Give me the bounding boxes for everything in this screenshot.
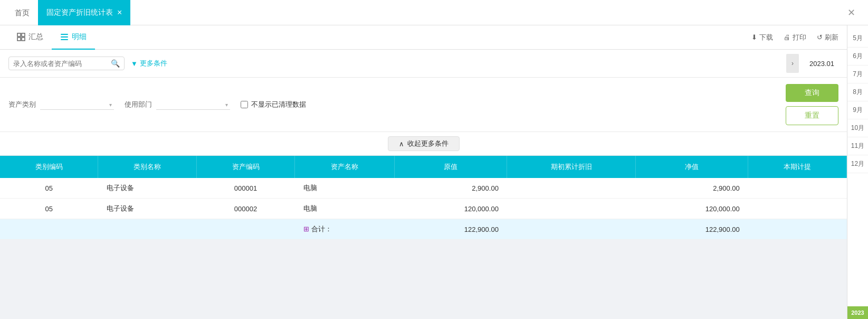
cell-net-value: 2,900.00 — [636, 178, 748, 199]
cell-original-value: 120,000.00 — [395, 199, 507, 219]
svg-rect-6 — [61, 39, 68, 40]
toolbar-actions: ⬇ 下载 🖨 打印 ↺ 刷新 — [751, 33, 838, 42]
filter-label: 更多条件 — [140, 59, 167, 68]
sidebar-month-item[interactable]: 10月 — [847, 119, 869, 137]
col-asset-code: 资产编码 — [196, 156, 295, 178]
svg-rect-3 — [22, 37, 25, 41]
total-original-value: 122,900.00 — [395, 219, 507, 240]
department-select-wrap[interactable] — [156, 99, 230, 110]
filter-btn[interactable]: ▼ 更多条件 — [131, 59, 167, 68]
print-icon: 🖨 — [784, 33, 790, 41]
refresh-label: 刷新 — [825, 33, 838, 42]
filter-actions: 查询 重置 — [786, 84, 838, 125]
table-row: 05 电子设备 000002 电脑 120,000.00 120,000.00 — [0, 199, 847, 219]
active-tab[interactable]: 固定资产折旧统计表 × — [38, 0, 130, 25]
refresh-icon: ↺ — [817, 33, 823, 41]
print-label: 打印 — [793, 33, 806, 42]
asset-category-select-wrap[interactable] — [40, 99, 114, 110]
cell-category-name: 电子设备 — [98, 199, 197, 219]
sidebar-year: 2023 — [847, 306, 869, 319]
sidebar-month-item[interactable]: 6月 — [847, 48, 869, 65]
cell-net-value: 120,000.00 — [636, 199, 748, 219]
cell-category-code: 05 — [0, 178, 98, 199]
date-nav-arrow[interactable]: › — [786, 54, 799, 73]
download-icon: ⬇ — [751, 33, 757, 41]
total-label: ⊞合计： — [295, 219, 395, 240]
top-nav: 首页 固定资产折旧统计表 × ✕ — [0, 0, 868, 25]
cell-accumulated-dep — [507, 178, 636, 199]
asset-category-label: 资产类别 — [8, 100, 36, 109]
tab-label: 固定资产折旧统计表 — [46, 8, 113, 17]
cell-category-code: 05 — [0, 199, 98, 219]
search-input-wrap[interactable]: 🔍 — [8, 57, 125, 70]
detail-icon — [60, 33, 69, 41]
collapse-icon: ∧ — [399, 140, 404, 148]
right-sidebar: 5月6月7月8月9月10月11月12月2023 — [847, 25, 868, 319]
svg-rect-1 — [22, 33, 25, 36]
sidebar-month-item[interactable]: 12月 — [847, 155, 869, 173]
svg-rect-0 — [17, 33, 21, 36]
refresh-action[interactable]: ↺ 刷新 — [817, 33, 838, 42]
exclude-cleared-wrap[interactable]: 不显示已清理数据 — [241, 100, 306, 109]
cell-category-name: 电子设备 — [98, 178, 197, 199]
table-body: 05 电子设备 000001 电脑 2,900.00 2,900.00 05 电… — [0, 178, 847, 240]
cell-asset-name: 电脑 — [295, 178, 395, 199]
svg-rect-5 — [61, 36, 68, 37]
filter-icon: ▼ — [131, 60, 138, 68]
svg-rect-4 — [61, 34, 68, 35]
total-label-cell — [0, 219, 295, 240]
col-category-code: 类别编码 — [0, 156, 98, 178]
download-action[interactable]: ⬇ 下载 — [751, 33, 773, 42]
sidebar-month-item[interactable]: 11月 — [847, 137, 869, 155]
sidebar-month-item[interactable]: 9月 — [847, 101, 869, 119]
col-asset-name: 资产名称 — [295, 156, 395, 178]
query-button[interactable]: 查询 — [786, 84, 838, 102]
window-close-icon[interactable]: ✕ — [843, 3, 860, 23]
department-select[interactable] — [156, 99, 230, 110]
svg-rect-2 — [17, 37, 21, 41]
col-current-dep: 本期计提 — [748, 156, 847, 178]
total-current-dep — [748, 219, 847, 240]
cell-asset-code: 000002 — [196, 199, 295, 219]
cell-accumulated-dep — [507, 199, 636, 219]
asset-category-select[interactable] — [40, 99, 114, 110]
total-accumulated-dep — [507, 219, 636, 240]
toolbar: 汇总 明细 ⬇ 下载 🖨 打印 ↺ 刷新 — [0, 25, 847, 50]
tab-detail-label: 明细 — [72, 32, 87, 42]
collapse-button[interactable]: ∧ 收起更多条件 — [388, 136, 460, 151]
tab-detail[interactable]: 明细 — [52, 25, 95, 50]
date-label: 2023.01 — [805, 60, 838, 68]
total-row: ⊞合计： 122,900.00 122,900.00 — [0, 219, 847, 240]
tab-summary[interactable]: 汇总 — [8, 25, 52, 50]
tab-summary-label: 汇总 — [28, 32, 43, 42]
col-original-value: 原值 — [395, 156, 507, 178]
print-action[interactable]: 🖨 打印 — [784, 33, 806, 42]
reset-button[interactable]: 重置 — [786, 106, 838, 125]
download-label: 下载 — [759, 33, 773, 42]
search-bar: 🔍 ▼ 更多条件 › 2023.01 — [0, 50, 847, 78]
col-accumulated-dep: 期初累计折旧 — [507, 156, 636, 178]
cell-original-value: 2,900.00 — [395, 178, 507, 199]
department-field: 使用部门 — [125, 99, 230, 110]
cell-current-dep — [748, 178, 847, 199]
table-header: 类别编码 类别名称 资产编码 资产名称 原值 期初累计折旧 净值 本期计提 — [0, 156, 847, 178]
total-net-value: 122,900.00 — [636, 219, 748, 240]
asset-category-field: 资产类别 — [8, 99, 114, 110]
search-input[interactable] — [13, 60, 108, 68]
filter-row: 资产类别 使用部门 不显示已清理数据 — [8, 84, 838, 125]
nav-home[interactable]: 首页 — [8, 0, 36, 25]
main-table: 类别编码 类别名称 资产编码 资产名称 原值 期初累计折旧 净值 本期计提 05… — [0, 156, 847, 240]
exclude-cleared-checkbox[interactable] — [241, 101, 248, 108]
tab-close-icon[interactable]: × — [117, 8, 122, 17]
sidebar-month-item[interactable]: 5月 — [847, 30, 869, 48]
sidebar-month-item[interactable]: 8月 — [847, 83, 869, 101]
collapse-label: 收起更多条件 — [407, 139, 449, 148]
sidebar-month-item[interactable]: 7月 — [847, 65, 869, 83]
summary-icon — [17, 33, 25, 41]
col-net-value: 净值 — [636, 156, 748, 178]
search-icon: 🔍 — [111, 59, 120, 68]
table-row: 05 电子设备 000001 电脑 2,900.00 2,900.00 — [0, 178, 847, 199]
main-content: 汇总 明细 ⬇ 下载 🖨 打印 ↺ 刷新 � — [0, 25, 847, 240]
table-container: 类别编码 类别名称 资产编码 资产名称 原值 期初累计折旧 净值 本期计提 05… — [0, 156, 847, 240]
exclude-cleared-label: 不显示已清理数据 — [251, 100, 306, 109]
